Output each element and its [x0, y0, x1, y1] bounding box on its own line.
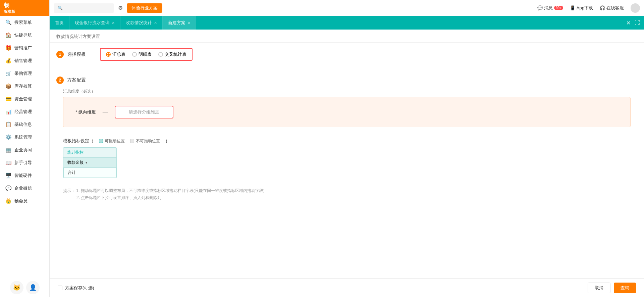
- indicator-table: 统计指标 收款金额 ▾ 合计: [63, 147, 117, 178]
- breadcrumb: 收款情况统计方案设置: [56, 34, 100, 39]
- download-btn[interactable]: 📱 App下载: [570, 5, 593, 11]
- sidebar-bottom: 🐱 👤: [0, 278, 49, 297]
- indicator-section: 模板指标设定（ 可拖动位置 不可拖动位置 ）: [56, 133, 637, 185]
- tip-line1: 提示： 1. 拖动标题栏可以调整布局，不可跨维度或指标区域拖动栏目字段(只能在同…: [63, 188, 631, 194]
- tab-new-plan[interactable]: 新建方案 ✕: [163, 16, 196, 30]
- main-area: 🔍 ⚙ 体验行业方案 💬 消息 99+ 📱 App下载 🎧 在线客服 首页: [50, 0, 644, 297]
- close-window-icon[interactable]: ✕: [626, 20, 631, 26]
- save-label: 方案保存(可选): [65, 285, 94, 291]
- sidebar-item-wechat[interactable]: 💬 企业微信: [0, 182, 49, 195]
- step2-badge: 2: [56, 77, 64, 84]
- message-badge: 99+: [554, 6, 563, 10]
- tab-home[interactable]: 首页: [50, 16, 69, 30]
- unmoveable-dot: [130, 139, 134, 143]
- logo-text: 畅 标准版: [4, 2, 15, 14]
- book-icon: 📖: [5, 160, 12, 166]
- service-icon: 🎧: [600, 5, 605, 10]
- gift-icon: 🎁: [5, 45, 12, 51]
- sidebar-item-marketing[interactable]: 🎁 营销推广: [0, 42, 49, 54]
- sidebar-item-system[interactable]: ⚙️ 系统管理: [0, 131, 49, 144]
- dim-row: * 纵向维度 — 请选择分组维度: [70, 106, 173, 118]
- chat-icon: 💬: [5, 185, 12, 191]
- sidebar-item-guide[interactable]: 📖 新手引导: [0, 156, 49, 169]
- step1-title: 选择模板: [67, 51, 86, 57]
- sidebar-item-quick-nav[interactable]: 🏠 快捷导航: [0, 29, 49, 42]
- content: 收款情况统计方案设置 1 选择模板 汇总表 明细表: [50, 30, 644, 297]
- search-icon: 🔍: [5, 19, 12, 26]
- step2-title: 方案配置: [67, 77, 86, 83]
- page-header: 收款情况统计方案设置: [50, 30, 644, 43]
- step1-section: 1 选择模板 汇总表 明细表 交叉统计表: [50, 43, 644, 71]
- tab-collection[interactable]: 收款情况统计 ✕: [120, 16, 163, 30]
- sidebar-item-finance[interactable]: 💳 资金管理: [0, 93, 49, 105]
- tips-section: 提示： 1. 拖动标题栏可以调整布局，不可跨维度或指标区域拖动栏目字段(只能在同…: [56, 185, 637, 205]
- sidebar-logo: 畅 标准版: [0, 0, 49, 16]
- content-inner: 收款情况统计方案设置 1 选择模板 汇总表 明细表: [50, 30, 644, 297]
- radio-detail[interactable]: 明细表: [132, 51, 152, 57]
- step2-header: 2 方案配置: [56, 77, 637, 84]
- tab-bank-close[interactable]: ✕: [112, 21, 115, 25]
- card-icon: 💳: [5, 96, 12, 102]
- monitor-icon: 🖥️: [5, 172, 12, 179]
- sidebar-item-enterprise[interactable]: 🏢 企业协同: [0, 144, 49, 156]
- message-btn[interactable]: 💬 消息 99+: [537, 5, 563, 11]
- dimension-config: 汇总维度（必选） * 纵向维度 — 请选择分组维度: [56, 89, 637, 133]
- tip-line2: 2. 点击标题栏下拉可设置排序、插入列和删除列: [63, 195, 631, 201]
- cart-icon: 🛒: [5, 70, 12, 77]
- radio-cross-circle: [158, 52, 163, 57]
- save-checkbox[interactable]: [58, 286, 62, 290]
- home-icon: 🏠: [5, 32, 12, 38]
- dim-section-title: 汇总维度（必选）: [63, 89, 631, 94]
- template-selection: 汇总表 明细表 交叉统计表: [100, 48, 193, 61]
- step1-badge: 1: [56, 51, 64, 58]
- sidebar-item-purchase[interactable]: 🛒 采购管理: [0, 67, 49, 80]
- indicator-tag-collection[interactable]: 收款金额 ▾: [63, 158, 116, 168]
- tab-bank[interactable]: 现金银行流水查询 ✕: [69, 16, 120, 30]
- topbar-right: 💬 消息 99+ 📱 App下载 🎧 在线客服: [537, 3, 640, 13]
- user-avatar[interactable]: [631, 3, 640, 13]
- sidebar-item-member[interactable]: 👑 畅会员: [0, 195, 49, 207]
- indicator-category-label: 统计指标: [63, 148, 116, 158]
- footer-btns: 取消 查询: [588, 283, 636, 293]
- tabbar-right: ✕ ⛶: [622, 16, 644, 30]
- sidebar-item-base[interactable]: 📋 基础信息: [0, 118, 49, 131]
- sidebar-item-sales[interactable]: 💰 销售管理: [0, 54, 49, 67]
- indicator-subtotal: 合计: [63, 168, 116, 178]
- clipboard-icon: 📋: [5, 121, 12, 128]
- download-icon: 📱: [570, 5, 575, 10]
- arrow-icon: —: [103, 109, 108, 115]
- indicator-section-label: 模板指标设定（: [63, 138, 94, 144]
- gear-icon: ⚙️: [5, 134, 12, 140]
- building-icon: 🏢: [5, 147, 12, 153]
- dim-select[interactable]: 请选择分组维度: [115, 106, 173, 118]
- radio-cross[interactable]: 交叉统计表: [158, 51, 186, 57]
- sidebar-bottom-btn-1[interactable]: 🐱: [10, 281, 23, 294]
- sidebar-item-operations[interactable]: 📊 经营管理: [0, 105, 49, 118]
- search-icon: 🔍: [58, 6, 63, 10]
- sidebar-item-search[interactable]: 🔍 搜索菜单: [0, 16, 49, 29]
- query-button[interactable]: 查询: [614, 283, 636, 293]
- maximize-icon[interactable]: ⛶: [635, 20, 640, 26]
- cancel-button[interactable]: 取消: [588, 283, 610, 293]
- footer: 方案保存(可选) 取消 查询: [50, 278, 644, 297]
- indicator-legend: 模板指标设定（ 可拖动位置 不可拖动位置 ）: [63, 138, 631, 144]
- sidebar-item-inventory[interactable]: 📦 库存核算: [0, 80, 49, 93]
- chart-icon: 📊: [5, 109, 12, 115]
- tab-new-plan-close[interactable]: ✕: [187, 21, 191, 25]
- sidebar-item-hardware[interactable]: 🖥️ 智能硬件: [0, 169, 49, 182]
- crown-icon: 👑: [5, 198, 12, 204]
- step2-section: 2 方案配置 汇总维度（必选） * 纵向维度 — 请选择分组维度: [50, 71, 644, 211]
- topbar-search[interactable]: 🔍: [54, 3, 114, 13]
- radio-summary[interactable]: 汇总表: [106, 51, 125, 57]
- industry-btn[interactable]: 体验行业方案: [127, 3, 162, 13]
- tab-collection-close[interactable]: ✕: [154, 21, 157, 25]
- dimension-area: * 纵向维度 — 请选择分组维度: [63, 97, 631, 127]
- step1-header: 1 选择模板 汇总表 明细表 交叉统计表: [56, 48, 637, 61]
- moveable-dot: [99, 139, 103, 143]
- row-label: * 纵向维度: [75, 109, 96, 115]
- settings-icon[interactable]: ⚙: [118, 5, 123, 11]
- footer-save-area: 方案保存(可选): [58, 285, 94, 291]
- legend-moveable: 可拖动位置: [99, 138, 125, 144]
- sidebar-bottom-btn-2[interactable]: 👤: [26, 281, 40, 294]
- service-btn[interactable]: 🎧 在线客服: [600, 5, 624, 11]
